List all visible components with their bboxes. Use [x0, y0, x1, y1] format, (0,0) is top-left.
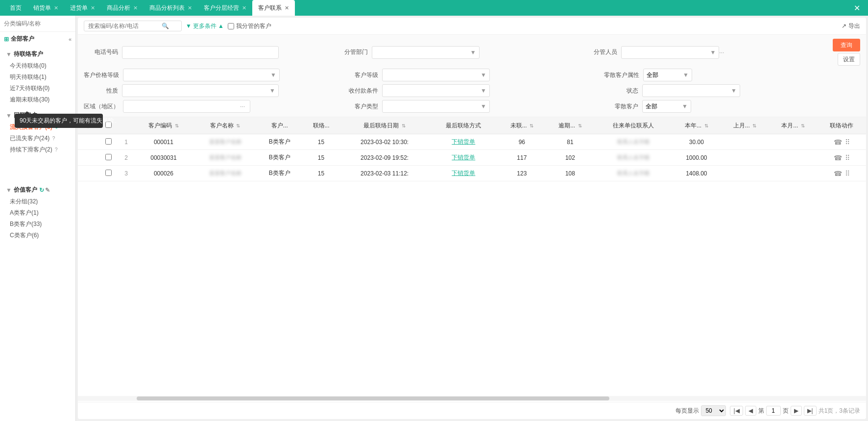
num-cell: 2: [119, 150, 134, 166]
collapse-icon: «: [69, 36, 72, 42]
tab-goods-analysis[interactable]: 商品分析 ✕: [101, 0, 144, 16]
sidebar-item-today-contact[interactable]: 今天待联络(0): [0, 60, 75, 72]
tab-customer-contact[interactable]: 客户联系 ✕: [252, 0, 295, 16]
name-cell: 某某客户名称: [193, 134, 257, 150]
more-action-icon-3[interactable]: ⠿: [845, 170, 850, 177]
tab-goods-analysis-list[interactable]: 商品分析列表 ✕: [144, 0, 198, 16]
tab-goods-list-close[interactable]: ✕: [188, 5, 192, 11]
this-month-col-header[interactable]: 本月... ⇅: [769, 117, 818, 134]
tab-purchase-close[interactable]: ✕: [91, 5, 95, 11]
horizontal-scrollbar[interactable]: [78, 396, 866, 401]
sidebar-item-tomorrow-contact[interactable]: 明天待联络(1): [0, 72, 75, 83]
filter-panel: 电话号码 分管部门 ▼ 分管人员 ▼ ··· 查询: [78, 35, 866, 117]
price-level-select[interactable]: ▼: [123, 69, 280, 81]
price-level-label: 客户价格等级: [84, 71, 119, 79]
sidebar-item-declining-customers[interactable]: 持续下滑客户(2) ?: [0, 144, 75, 155]
next-page-button[interactable]: ▶: [791, 406, 802, 416]
tab-purchase[interactable]: 进货单 ✕: [64, 0, 101, 16]
first-page-button[interactable]: |◀: [730, 406, 743, 416]
sidebar-item-ungrouped[interactable]: 未分组(32): [0, 196, 75, 207]
tab-sales-close[interactable]: ✕: [54, 5, 58, 11]
payment-select[interactable]: ▼: [382, 84, 490, 97]
last-date-col-header[interactable]: 最后联络日期 ⇅: [340, 117, 430, 134]
nature-select[interactable]: ▼: [122, 84, 279, 97]
sidebar-item-class-b[interactable]: B类客户(33): [0, 219, 75, 230]
retail-customer-select[interactable]: 全部▼: [642, 100, 691, 113]
checkbox-cell: [98, 166, 119, 181]
code-col-header[interactable]: 客户编码 ⇅: [134, 117, 193, 134]
table-header: ⚙ 客户编码 ⇅ 客户名称 ⇅ 客户... 联络...: [78, 117, 866, 134]
customer-level-select[interactable]: ▼: [382, 69, 490, 81]
all-customers-title[interactable]: ⊞ 全部客户 «: [0, 32, 75, 46]
tab-bar: 首页 销货单 ✕ 进货单 ✕ 商品分析 ✕ 商品分析列表 ✕ 客户分层经营 ✕ …: [0, 0, 868, 16]
refresh-icon[interactable]: ↻: [39, 187, 44, 194]
manager-ellipsis[interactable]: ···: [719, 49, 724, 56]
page-number-input[interactable]: [766, 406, 781, 416]
this-year-col-header[interactable]: 本年... ⇅: [673, 117, 721, 134]
search-input[interactable]: [88, 23, 162, 29]
row-checkbox-2[interactable]: [105, 154, 112, 160]
tab-goods-analysis-close[interactable]: ✕: [133, 5, 138, 11]
sidebar-item-class-c[interactable]: C类客户(6): [0, 230, 75, 241]
tab-customer-contact-close[interactable]: ✕: [285, 5, 289, 11]
prev-page-button[interactable]: ◀: [745, 406, 756, 416]
dept-label: 分管部门: [334, 48, 368, 56]
page-size-wrap: 每页显示 50 100 200: [675, 405, 726, 416]
close-all-button[interactable]: ✕: [850, 1, 864, 15]
customer-type-select[interactable]: ▼: [382, 100, 490, 113]
my-customers-checkbox[interactable]: [228, 23, 234, 29]
uncontacted-cell: 117: [498, 150, 546, 166]
page-size-select[interactable]: 50 100 200: [701, 405, 726, 416]
contact-icon-1[interactable]: ☎: [834, 138, 842, 146]
contact-icon-3[interactable]: ☎: [834, 170, 842, 177]
filter-payment: 收付款条件 ▼: [344, 84, 600, 97]
filter-retail-customer: 零散客户 全部▼: [604, 100, 860, 113]
status-select[interactable]: ▼: [642, 84, 740, 97]
contact-person-cell: 联系人名字模: [594, 150, 672, 166]
last-month-col-header[interactable]: 上月... ⇅: [721, 117, 769, 134]
tab-sales[interactable]: 销货单 ✕: [27, 0, 64, 16]
manager-label: 分管人员: [583, 48, 617, 56]
name-cell: 某某客户名称: [193, 150, 257, 166]
settings-button[interactable]: 设置: [838, 53, 860, 66]
more-action-icon-2[interactable]: ⠿: [845, 154, 850, 162]
customer-type-label: 客户类型: [344, 102, 378, 111]
export-button[interactable]: ↗ 导出: [842, 22, 860, 30]
settings-cell: [78, 166, 98, 181]
search-button-icon[interactable]: 🔍: [162, 23, 169, 29]
row-checkbox-1[interactable]: [105, 138, 112, 145]
payment-arrow: ▼: [481, 87, 486, 94]
retail-attr-select[interactable]: 全部▼: [643, 69, 692, 81]
more-action-icon-1[interactable]: ⠿: [845, 138, 850, 146]
dept-select[interactable]: ▼: [372, 46, 480, 59]
uncontacted-col-header[interactable]: 未联... ⇅: [498, 117, 546, 134]
num-cell: 3: [119, 166, 134, 181]
row-checkbox-3[interactable]: [105, 170, 112, 176]
sidebar-item-lost-customers[interactable]: 已流失客户(24) ?: [0, 133, 75, 144]
query-button[interactable]: 查询: [833, 39, 860, 51]
tab-home[interactable]: 首页: [4, 0, 27, 16]
region-ellipsis[interactable]: ···: [240, 103, 245, 110]
tab-customer-layer-close[interactable]: ✕: [242, 5, 246, 11]
tab-customer-layer[interactable]: 客户分层经营 ✕: [198, 0, 252, 16]
name-col-header[interactable]: 客户名称 ⇅: [193, 117, 257, 134]
sidebar-item-overdue-contact[interactable]: 逾期未联络(30): [0, 94, 75, 105]
last-date-sort-icon: ⇅: [402, 123, 406, 128]
arrow-down-icon2: ▼: [6, 112, 12, 119]
filter-customer-level: 客户等级 ▼: [344, 69, 600, 81]
overdue-col-header[interactable]: 逾期... ⇅: [546, 117, 595, 134]
sidebar-item-class-a[interactable]: A类客户(1): [0, 207, 75, 219]
last-page-button[interactable]: ▶|: [804, 406, 817, 416]
group-pending-contact-title[interactable]: ▼ 待联络客户: [0, 48, 75, 60]
customer-level-arrow: ▼: [481, 72, 486, 78]
region-label: 区域（地区）: [84, 102, 119, 111]
group-value-title[interactable]: ▼ 价值客户 ↻ ✎: [0, 184, 75, 196]
manager-select[interactable]: ▼: [621, 46, 719, 59]
sidebar-search-input[interactable]: [4, 20, 76, 27]
sidebar-item-week-contact[interactable]: 近7天待联络(0): [0, 83, 75, 94]
more-filter-button[interactable]: ▼ 更多条件 ▲: [186, 22, 224, 30]
contact-icon-2[interactable]: ☎: [834, 154, 842, 162]
phone-input[interactable]: [122, 46, 279, 59]
edit-icon[interactable]: ✎: [45, 187, 50, 194]
region-select[interactable]: ···: [123, 100, 250, 113]
